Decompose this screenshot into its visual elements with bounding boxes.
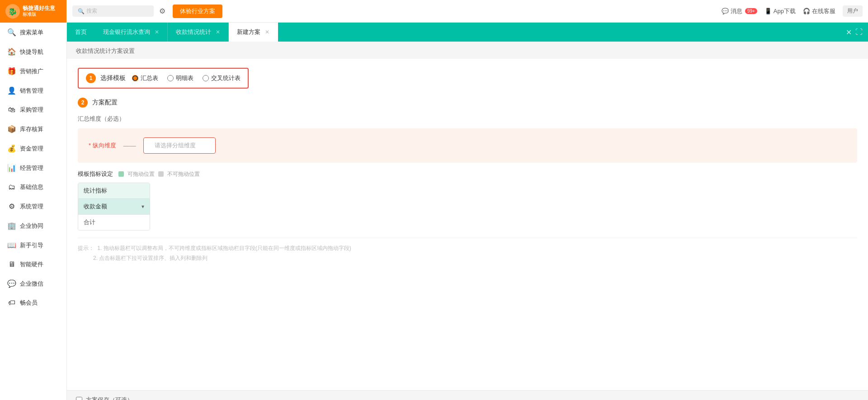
- download-button[interactable]: 📱 App下载: [764, 7, 796, 15]
- radio-summary[interactable]: 汇总表: [132, 74, 158, 82]
- save-checkbox[interactable]: [76, 397, 82, 400]
- sidebar-item-search[interactable]: 🔍 搜索菜单: [0, 23, 66, 42]
- tab-new-plan-close[interactable]: ✕: [265, 29, 269, 35]
- message-button[interactable]: 💬 消息 99+: [722, 7, 757, 15]
- tab-bank-label: 现金银行流水查询: [103, 28, 150, 36]
- sidebar-item-operations[interactable]: 📊 经营管理: [0, 158, 66, 178]
- sidebar-item-system[interactable]: ⚙ 系统管理: [0, 197, 66, 216]
- tab-bank[interactable]: 现金银行流水查询 ✕: [95, 23, 168, 42]
- section-template: 1 选择模板 汇总表 明细表: [78, 68, 857, 89]
- form-container: 1 选择模板 汇总表 明细表: [67, 59, 868, 390]
- sidebar-item-quick-nav[interactable]: 🏠 快捷导航: [0, 42, 66, 61]
- tip-text-1: 1. 拖动标题栏可以调整布局，不可跨维度或指标区域拖动栏目字段(只能在同一维度或…: [97, 245, 351, 251]
- sidebar-item-label: 快捷导航: [20, 48, 43, 56]
- sidebar-item-label: 基础信息: [20, 183, 43, 191]
- vertical-dim-label: 纵向维度: [89, 141, 116, 150]
- sidebar-item-label: 企业微信: [20, 280, 43, 288]
- metrics-table: 统计指标 收款金额 ▾ 合计: [78, 183, 150, 231]
- section2-title: 方案配置: [92, 99, 118, 107]
- sidebar-item-label: 新手引导: [20, 241, 43, 249]
- service-button[interactable]: 🎧 在线客服: [803, 7, 835, 15]
- tip-section: 提示： 1. 拖动标题栏可以调整布局，不可跨维度或指标区域拖动栏目字段(只能在同…: [78, 238, 857, 268]
- box-icon: 📦: [7, 125, 16, 133]
- total-label: 合计: [84, 219, 95, 226]
- tabbar-controls: ✕ ⛶: [840, 23, 868, 42]
- trial-button[interactable]: 体验行业方案: [173, 5, 222, 18]
- headset-icon: 🎧: [803, 8, 810, 14]
- search-icon: 🔍: [7, 28, 16, 37]
- user-avatar[interactable]: 用户: [843, 5, 863, 17]
- bag-icon: 🛍: [7, 106, 16, 114]
- radio-cross-input[interactable]: [203, 75, 209, 81]
- non-draggable-dot: [158, 171, 164, 177]
- sidebar-item-basic-info[interactable]: 🗂 基础信息: [0, 178, 66, 197]
- message-label: 消息: [731, 7, 742, 15]
- save-section: 方案保存（可选）: [67, 390, 868, 400]
- download-label: App下载: [774, 7, 796, 15]
- tab-collection-close[interactable]: ✕: [216, 29, 220, 35]
- section1-title: 选择模板: [100, 74, 126, 82]
- sidebar-item-smart-hw[interactable]: 🖥 智能硬件: [0, 255, 66, 274]
- sidebar-item-sales[interactable]: 👤 销售管理: [0, 81, 66, 100]
- radio-detail-input[interactable]: [167, 75, 174, 81]
- sidebar-item-wechat[interactable]: 💬 企业微信: [0, 274, 66, 293]
- section-plan: 2 方案配置 汇总维度（必选） 纵向维度 —— 请选择分组维度: [78, 98, 857, 268]
- arrow-icon: ——: [123, 142, 136, 149]
- message-badge: 99+: [745, 8, 757, 14]
- metrics-col-label: 统计指标: [84, 187, 107, 195]
- metrics-title: 模板指标设定: [78, 170, 113, 178]
- close-all-icon[interactable]: ✕: [846, 28, 852, 37]
- metrics-total-row: 合计: [78, 215, 150, 230]
- draggable-dot: [118, 171, 124, 177]
- settings-icon[interactable]: ⚙: [159, 7, 165, 15]
- tab-home-label: 首页: [75, 28, 87, 36]
- dropdown-icon[interactable]: ▾: [142, 203, 144, 210]
- app-version: 标准版: [23, 11, 55, 18]
- tabbar: 首页 现金银行流水查询 ✕ 收款情况统计 ✕ 新建方案 ✕ ✕ ⛶: [67, 23, 868, 42]
- chat-icon: 💬: [7, 279, 16, 288]
- sidebar: 🐉 畅捷通好生意 标准版 🔍 搜索菜单 🏠 快捷导航 🎁 营销推广 👤 销售管理…: [0, 0, 67, 400]
- search-bar[interactable]: 🔍 搜索: [72, 5, 154, 17]
- sidebar-item-label: 搜索菜单: [20, 28, 43, 37]
- sidebar-item-member[interactable]: 🏷 畅会员: [0, 293, 66, 312]
- sidebar-item-finance[interactable]: 💰 资金管理: [0, 139, 66, 158]
- tip-text-2: 2. 点击标题栏下拉可设置排序、插入列和删除列: [93, 255, 208, 261]
- search-icon: 🔍: [78, 8, 85, 14]
- radio-summary-input[interactable]: [132, 75, 138, 81]
- sidebar-item-marketing[interactable]: 🎁 营销推广: [0, 61, 66, 81]
- sidebar-item-inventory[interactable]: 📦 库存核算: [0, 119, 66, 139]
- non-draggable-label: 不可拖动位置: [167, 170, 200, 178]
- topbar: 🔍 搜索 ⚙ 体验行业方案 💬 消息 99+ 📱 App下载 🎧 在线客服 用户: [67, 0, 868, 23]
- money-icon: 💰: [7, 144, 16, 153]
- download-icon: 📱: [764, 8, 772, 14]
- tip-line-1: 提示： 1. 拖动标题栏可以调整布局，不可跨维度或指标区域拖动栏目字段(只能在同…: [78, 244, 857, 254]
- sidebar-item-guide[interactable]: 📖 新手引导: [0, 235, 66, 255]
- sidebar-item-label: 库存核算: [20, 125, 43, 133]
- app-name: 畅捷通好生意: [23, 5, 55, 11]
- radio-summary-label: 汇总表: [141, 74, 158, 82]
- sidebar-item-label: 畅会员: [20, 299, 38, 307]
- tab-new-plan[interactable]: 新建方案 ✕: [229, 23, 278, 42]
- user-name: 用户: [847, 8, 858, 14]
- radio-detail[interactable]: 明细表: [167, 74, 193, 82]
- expand-icon[interactable]: ⛶: [855, 28, 863, 36]
- dim-select[interactable]: 请选择分组维度: [143, 137, 216, 154]
- template-selector: 1 选择模板 汇总表 明细表: [78, 68, 249, 89]
- sidebar-item-label: 系统管理: [20, 202, 43, 211]
- dim-area: 纵向维度 —— 请选择分组维度: [78, 128, 857, 163]
- dim-row: 纵向维度 —— 请选择分组维度: [89, 137, 846, 154]
- tip-line-2: 2. 点击标题栏下拉可设置排序、插入列和删除列: [78, 254, 857, 264]
- sidebar-item-purchase[interactable]: 🛍 采购管理: [0, 100, 66, 119]
- radio-cross[interactable]: 交叉统计表: [203, 74, 241, 82]
- tab-collection[interactable]: 收款情况统计 ✕: [168, 23, 229, 42]
- tab-bank-close[interactable]: ✕: [155, 29, 159, 35]
- section2-num: 2: [78, 98, 88, 108]
- section1-num: 1: [86, 73, 96, 83]
- dim-section-title: 汇总维度（必选）: [78, 115, 857, 123]
- metrics-table-header: 统计指标: [78, 183, 150, 199]
- search-placeholder: 搜索: [86, 7, 97, 15]
- tab-home[interactable]: 首页: [67, 23, 95, 42]
- column-label: 收款金额: [84, 202, 107, 211]
- sidebar-item-corp[interactable]: 🏢 企业协同: [0, 216, 66, 235]
- building-icon: 🏢: [7, 221, 16, 230]
